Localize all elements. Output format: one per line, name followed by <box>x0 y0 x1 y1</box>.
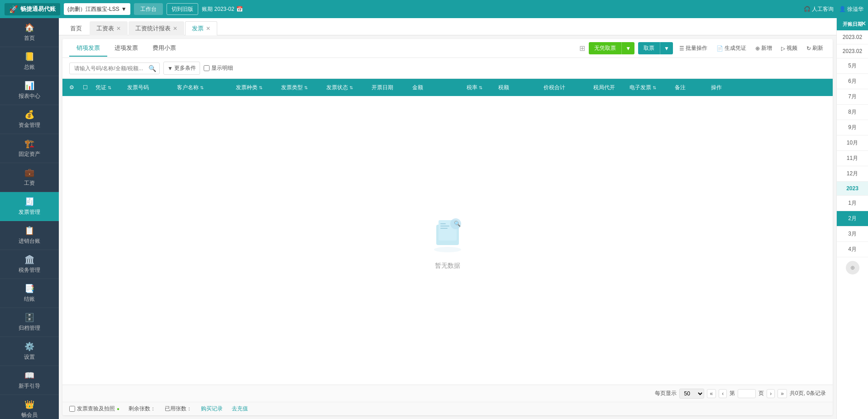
switch-old-button[interactable]: 切到旧版 <box>167 3 198 15</box>
gen-voucher-button[interactable]: 📄 生成凭证 <box>714 42 749 54</box>
tab-home[interactable]: 首页 <box>63 21 89 35</box>
page-input[interactable]: 1 <box>738 389 756 398</box>
sidebar-item-settlement[interactable]: 📑 结账 <box>0 279 59 308</box>
no-voucher-dropdown[interactable]: ▼ <box>621 42 634 54</box>
tab-payroll-stats[interactable]: 工资统计报表 ✕ <box>129 21 184 35</box>
search-input[interactable] <box>69 63 160 74</box>
take-ticket-dropdown[interactable]: ▼ <box>660 42 673 54</box>
page-label-text: 第 <box>730 390 735 397</box>
sidebar-item-member[interactable]: 👑 畅会员 <box>0 395 59 419</box>
date-month-4[interactable]: 4月 <box>837 242 868 257</box>
prev-page-button[interactable]: ‹ <box>719 389 727 398</box>
refresh-button[interactable]: ↻ 刷新 <box>804 42 826 54</box>
date-period-1[interactable]: 2023.02 <box>837 30 868 44</box>
invoice-icon: 🧾 <box>24 197 34 207</box>
tab-home-label: 首页 <box>70 24 82 33</box>
th-einvoice-sort-icon[interactable]: ⇅ <box>653 85 656 90</box>
video-button[interactable]: ▷ 视频 <box>778 42 800 54</box>
batch-ops-button[interactable]: ☰ 批量操作 <box>677 42 710 54</box>
tab-payroll-stats-close-icon[interactable]: ✕ <box>173 25 177 32</box>
th-category-sort-icon[interactable]: ⇅ <box>304 85 308 90</box>
take-ticket-button[interactable]: 取票 <box>638 42 660 54</box>
tab-invoice-close-icon[interactable]: ✕ <box>206 25 210 32</box>
sidebar-item-funds[interactable]: 💰 资金管理 <box>0 105 59 134</box>
next-page-button[interactable]: › <box>767 389 775 398</box>
verify-checkbox[interactable] <box>69 406 75 412</box>
th-amount: 金额 <box>409 84 463 92</box>
verify-checkbox-wrap[interactable]: 发票查验及拍照 ● <box>69 405 119 413</box>
workbench-button[interactable]: 工作台 <box>134 3 163 15</box>
first-page-button[interactable]: « <box>707 389 716 398</box>
sidebar-item-reports[interactable]: 📊 报表中心 <box>0 76 59 105</box>
date-month-7[interactable]: 7月 <box>837 89 868 105</box>
grid-view-icon[interactable]: ⊞ <box>579 44 585 53</box>
show-detail-checkbox[interactable]: 显示明细 <box>204 64 233 72</box>
date-year-2023: 2023 <box>837 182 868 196</box>
support-button[interactable]: 🎧 人工客询 <box>804 5 834 13</box>
svg-rect-3 <box>440 223 446 224</box>
date-panel-close-icon[interactable]: ✕ <box>861 20 866 27</box>
panel-toggle-button[interactable]: ◁ <box>836 210 837 228</box>
sidebar-item-fixed-assets[interactable]: 🏗️ 固定资产 <box>0 134 59 163</box>
th-tax-rate-sort-icon[interactable]: ⇅ <box>479 85 482 90</box>
sub-tab-purchase-invoice[interactable]: 进项发票 <box>107 40 145 57</box>
page-unit-label: 页 <box>758 390 764 397</box>
date-month-8[interactable]: 8月 <box>837 105 868 120</box>
date-month-10[interactable]: 10月 <box>837 135 868 151</box>
date-month-11[interactable]: 11月 <box>837 151 868 166</box>
th-type-sort-icon[interactable]: ⇅ <box>259 85 262 90</box>
date-month-1[interactable]: 1月 <box>837 196 868 211</box>
sidebar-item-home[interactable]: 🏠 首页 <box>0 18 59 47</box>
user-area[interactable]: 👤 徐溢华 <box>839 5 863 13</box>
th-checkbox[interactable]: ☐ <box>78 84 92 91</box>
date-month-5[interactable]: 5月 <box>837 58 868 74</box>
th-settings[interactable]: ⚙ <box>65 84 78 91</box>
date-month-2-active[interactable]: 2月 <box>837 211 868 226</box>
per-page-select[interactable]: 50 100 200 <box>679 389 704 399</box>
date-month-3[interactable]: 3月 <box>837 226 868 242</box>
sidebar-label-settlement: 结账 <box>24 295 35 303</box>
top-bar: 🚀 畅捷通易代账 (勿删）江西服宝-LSS ▼ 工作台 切到旧版 账期 2023… <box>0 0 868 18</box>
sub-tab-sales-invoice[interactable]: 销项发票 <box>69 40 107 57</box>
company-selector[interactable]: (勿删）江西服宝-LSS ▼ <box>64 3 130 15</box>
footer-info: 发票查验及拍照 ● 剩余张数： 已用张数： 购买记录 去充值 <box>62 402 833 415</box>
calendar-icon[interactable]: 📅 <box>236 6 243 12</box>
top-up-link[interactable]: 购买记录 <box>201 405 223 413</box>
last-page-button[interactable]: » <box>777 389 787 398</box>
th-status-sort-icon[interactable]: ⇅ <box>349 85 353 90</box>
th-voucher-sort-icon[interactable]: ⇅ <box>108 85 111 90</box>
no-voucher-button[interactable]: 无凭取票 <box>589 42 621 54</box>
th-open-date: 开票日期 <box>368 84 409 92</box>
new-label: 新增 <box>761 44 772 52</box>
show-detail-input[interactable] <box>204 65 210 71</box>
empty-text: 暂无数据 <box>435 262 460 270</box>
user-name: 徐溢华 <box>847 5 863 13</box>
sidebar-item-settings[interactable]: ⚙️ 设置 <box>0 337 59 366</box>
date-month-12[interactable]: 12月 <box>837 166 868 182</box>
sidebar-item-sales[interactable]: 📋 进销台账 <box>0 221 59 250</box>
more-link[interactable]: 去充值 <box>232 405 248 413</box>
user-avatar-icon: 👤 <box>839 6 846 12</box>
logo-text: 畅捷通易代账 <box>20 5 56 13</box>
funds-icon: 💰 <box>24 110 34 120</box>
th-client-sort-icon[interactable]: ⇅ <box>200 85 204 90</box>
new-button[interactable]: ⊕ 新增 <box>753 42 775 54</box>
sidebar-item-guide[interactable]: 📖 新手引导 <box>0 366 59 395</box>
tab-invoice[interactable]: 发票 ✕ <box>185 21 217 35</box>
date-panel-expand-button[interactable]: ⊕ <box>846 261 859 275</box>
sidebar-item-archive[interactable]: 🗄️ 归档管理 <box>0 308 59 337</box>
pagination: 每页显示 50 100 200 « ‹ 第 1 页 › » 共0页, 0条记录 <box>655 389 826 399</box>
date-period-2[interactable]: 2023.02 <box>837 44 868 58</box>
sidebar-item-payroll[interactable]: 💼 工资 <box>0 163 59 192</box>
sidebar-item-invoice[interactable]: 🧾 发票管理 <box>0 192 59 221</box>
date-month-9[interactable]: 9月 <box>837 120 868 135</box>
tab-payroll-table[interactable]: 工资表 ✕ <box>90 21 128 35</box>
date-month-6[interactable]: 6月 <box>837 74 868 89</box>
search-icon: 🔍 <box>148 65 156 72</box>
sidebar-item-tax[interactable]: 🏛️ 税务管理 <box>0 250 59 279</box>
tab-payroll-table-close-icon[interactable]: ✕ <box>116 25 121 32</box>
sidebar-item-ledger[interactable]: 📒 总账 <box>0 47 59 76</box>
th-invoice-status: 发票状态 ⇅ <box>323 84 368 92</box>
more-conditions-button[interactable]: ▼ 更多条件 <box>163 62 200 75</box>
sub-tab-expense-receipt[interactable]: 费用小票 <box>145 40 183 57</box>
